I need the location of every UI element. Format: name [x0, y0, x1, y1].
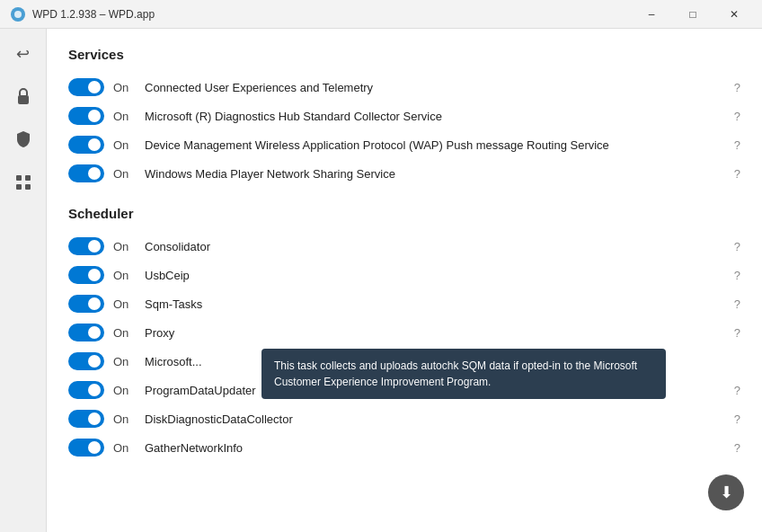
toggle-label-sch8: On: [113, 441, 136, 455]
toggle-label-svc1: On: [113, 81, 136, 94]
help-icon-sch4[interactable]: ?: [734, 326, 740, 340]
toggle-sch7[interactable]: [68, 410, 104, 428]
list-item: On Proxy ?: [68, 318, 740, 347]
scheduler-section-title: Scheduler: [68, 206, 740, 221]
list-item: On DiskDiagnosticDataCollector ?: [68, 404, 740, 433]
toggle-sch6[interactable]: [68, 381, 104, 399]
toggle-label-svc4: On: [113, 167, 136, 181]
help-icon-svc4[interactable]: ?: [734, 167, 740, 181]
service-name-sch2: UsbCeip: [145, 269, 723, 282]
svg-point-0: [14, 11, 22, 18]
title-bar: WPD 1.2.938 – WPD.app – □ ✕: [0, 0, 762, 29]
scroll-down-icon: ⬇: [720, 483, 733, 502]
window-title: WPD 1.2.938 – WPD.app: [32, 8, 155, 21]
toggle-svc4[interactable]: [68, 164, 104, 182]
help-icon-sch7[interactable]: ?: [734, 412, 740, 426]
toggle-sch2[interactable]: [68, 266, 104, 284]
minimize-button[interactable]: –: [631, 0, 672, 29]
service-name-svc4: Windows Media Player Network Sharing Ser…: [145, 167, 723, 181]
service-name-sch7: DiskDiagnosticDataCollector: [145, 412, 723, 426]
help-icon-svc3[interactable]: ?: [734, 138, 740, 152]
toggle-label-sch5: On: [113, 355, 136, 368]
toggle-label-sch1: On: [113, 240, 136, 253]
list-item: On Connected User Experiences and Teleme…: [68, 73, 740, 102]
toggle-svc2[interactable]: [68, 107, 104, 125]
toggle-label-sch4: On: [113, 326, 136, 340]
app-icon: [11, 7, 25, 22]
toggle-sch1[interactable]: [68, 237, 104, 255]
service-name-sch8: GatherNetworkInfo: [145, 441, 723, 455]
sidebar-item-back[interactable]: ↩: [5, 36, 41, 72]
sidebar: ↩: [0, 29, 47, 532]
toggle-label-svc3: On: [113, 138, 136, 152]
toggle-sch8[interactable]: [68, 439, 104, 457]
app-body: ↩: [0, 29, 762, 532]
help-icon-sch1[interactable]: ?: [734, 240, 740, 253]
list-item: On GatherNetworkInfo ?: [68, 433, 740, 462]
service-name-sch6: ProgramDataUpdater: [145, 384, 723, 397]
help-icon-sch3[interactable]: ?: [734, 297, 740, 311]
service-name-sch3: Sqm-Tasks: [145, 297, 723, 311]
toggle-label-sch3: On: [113, 297, 136, 311]
window-controls: – □ ✕: [631, 0, 755, 29]
maximize-button[interactable]: □: [672, 0, 713, 29]
services-section-title: Services: [68, 47, 740, 62]
help-icon-sch2[interactable]: ?: [734, 269, 740, 282]
help-icon-sch6[interactable]: ?: [734, 384, 740, 397]
list-item: On Microsoft (R) Diagnostics Hub Standar…: [68, 102, 740, 130]
main-content: Services On Connected User Experiences a…: [47, 29, 762, 532]
sidebar-item-lock[interactable]: [5, 79, 41, 115]
svg-rect-4: [16, 184, 22, 190]
help-icon-sch8[interactable]: ?: [734, 441, 740, 455]
service-name-svc3: Device Management Wireless Application P…: [145, 138, 723, 152]
service-name-sch4: Proxy: [145, 326, 723, 340]
grid-icon: [15, 174, 31, 193]
toggle-svc1[interactable]: [68, 78, 104, 96]
toggle-label-svc2: On: [113, 110, 136, 123]
service-name-svc1: Connected User Experiences and Telemetry: [145, 81, 723, 94]
list-item: On UsbCeip ?: [68, 261, 740, 289]
svg-rect-3: [25, 175, 31, 181]
svg-rect-5: [25, 184, 31, 190]
toggle-sch5[interactable]: [68, 352, 104, 370]
svg-rect-2: [16, 175, 22, 181]
sidebar-item-apps[interactable]: [5, 165, 41, 201]
list-item: On Windows Media Player Network Sharing …: [68, 159, 740, 188]
toggle-sch3[interactable]: [68, 295, 104, 313]
toggle-label-sch6: On: [113, 384, 136, 397]
list-item: On Sqm-Tasks ?: [68, 289, 740, 318]
toggle-label-sch2: On: [113, 269, 136, 282]
lock-icon: [15, 87, 31, 108]
close-button[interactable]: ✕: [713, 0, 755, 29]
sidebar-item-shield[interactable]: [5, 122, 41, 158]
toggle-svc3[interactable]: [68, 136, 104, 154]
help-icon-svc2[interactable]: ?: [734, 110, 740, 123]
shield-icon: [15, 130, 31, 151]
service-name-sch5: Microsoft...: [145, 355, 740, 368]
service-name-sch1: Consolidator: [145, 240, 723, 253]
title-bar-left: WPD 1.2.938 – WPD.app: [11, 7, 155, 22]
list-item-with-tooltip: On Microsoft... This task collects and u…: [68, 347, 740, 376]
toggle-sch4[interactable]: [68, 324, 104, 341]
toggle-label-sch7: On: [113, 412, 136, 426]
list-item: On ProgramDataUpdater ?: [68, 376, 740, 404]
back-icon: ↩: [16, 46, 30, 62]
list-item: On Device Management Wireless Applicatio…: [68, 130, 740, 159]
scroll-down-button[interactable]: ⬇: [708, 474, 744, 510]
list-item: On Consolidator ?: [68, 232, 740, 261]
service-name-svc2: Microsoft (R) Diagnostics Hub Standard C…: [145, 110, 723, 123]
help-icon-svc1[interactable]: ?: [734, 81, 740, 94]
svg-rect-1: [18, 95, 29, 104]
